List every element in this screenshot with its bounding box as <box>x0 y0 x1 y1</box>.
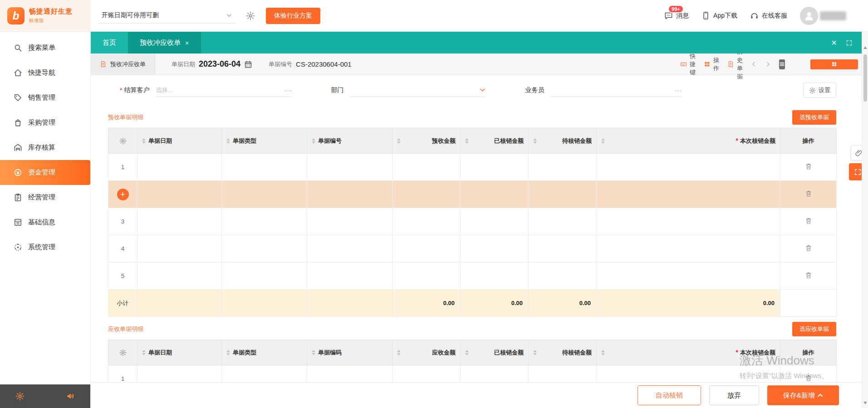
vertical-scrollbar[interactable] <box>862 32 868 408</box>
opening-date-select[interactable]: 开账日期可停用可删 <box>99 8 235 24</box>
gear-icon[interactable] <box>15 392 25 401</box>
sort-icon[interactable] <box>397 138 401 144</box>
app-download-button[interactable]: App下载 <box>701 11 737 20</box>
department-select[interactable] <box>350 83 486 97</box>
date-value[interactable]: 2023-06-04 <box>199 59 240 69</box>
salesman-input[interactable]: ··· <box>550 83 682 97</box>
sidebar-item-home[interactable]: 快捷导航 <box>0 60 90 85</box>
table-cell[interactable] <box>461 235 529 262</box>
delete-row-icon[interactable] <box>805 190 812 197</box>
table-cell[interactable] <box>222 181 307 208</box>
delete-row-icon[interactable] <box>805 163 812 170</box>
close-icon[interactable]: × <box>831 38 837 47</box>
shortcut-keys-button[interactable]: 快捷键 <box>680 53 696 77</box>
column-header[interactable]: 已核销金额 <box>461 128 529 154</box>
column-header[interactable]: 单据编码 <box>307 340 392 365</box>
table-cell[interactable] <box>392 262 461 290</box>
sidebar-item-warehouse[interactable]: 库存核算 <box>0 135 90 160</box>
scroll-down-arrow[interactable] <box>863 402 867 404</box>
sidebar-item-bag[interactable]: 采购管理 <box>0 110 90 135</box>
sidebar-item-archive[interactable]: 基础信息 <box>0 210 90 235</box>
table-cell[interactable] <box>222 235 307 262</box>
auto-writeoff-button[interactable]: 自动核销 <box>638 385 701 405</box>
column-header[interactable]: 单据编号 <box>307 128 392 154</box>
table-cell[interactable] <box>137 365 222 383</box>
delete-row-icon[interactable] <box>805 217 812 224</box>
sort-icon[interactable] <box>312 350 315 355</box>
table-cell[interactable] <box>597 208 780 235</box>
sidebar-item-search[interactable]: 搜索菜单 <box>0 35 90 60</box>
table-cell[interactable] <box>461 365 529 383</box>
table-cell[interactable] <box>307 154 392 181</box>
sort-icon[interactable] <box>533 350 537 355</box>
sort-icon[interactable] <box>226 350 230 355</box>
sidebar-item-tag[interactable]: 销售管理 <box>0 85 90 110</box>
more-icon[interactable]: ··· <box>284 87 292 94</box>
table-cell[interactable] <box>529 154 597 181</box>
sort-icon[interactable] <box>397 350 401 355</box>
table-cell[interactable] <box>392 154 461 181</box>
avatar[interactable] <box>800 7 818 25</box>
table-cell[interactable] <box>529 181 597 208</box>
table-cell[interactable] <box>597 154 780 181</box>
table-cell[interactable] <box>222 208 307 235</box>
table-cell[interactable] <box>392 235 461 262</box>
select-prepaid-docs-button[interactable]: 选预收单据 <box>792 110 836 125</box>
history-docs-button[interactable]: 历史单据 <box>727 53 743 81</box>
column-header[interactable]: 已核销金额 <box>461 340 529 365</box>
scroll-up-arrow[interactable] <box>863 46 867 49</box>
document-tab[interactable]: 预收冲应收单 <box>91 53 155 75</box>
column-settings-button[interactable] <box>108 128 137 154</box>
table-cell[interactable] <box>137 208 222 235</box>
sort-icon[interactable] <box>465 350 469 355</box>
messages-button[interactable]: 99+ 消息 <box>664 11 689 20</box>
close-tab-icon[interactable]: × <box>185 39 189 46</box>
table-cell[interactable] <box>529 235 597 262</box>
chevron-right-icon[interactable] <box>765 61 771 67</box>
tab-home[interactable]: 首页 <box>91 32 128 53</box>
column-header[interactable]: 单据日期 <box>137 128 222 154</box>
column-header[interactable]: 应收金额 <box>392 340 461 365</box>
doc-number-value[interactable]: CS-20230604-001 <box>296 60 352 68</box>
sort-icon[interactable] <box>226 138 230 144</box>
table-cell[interactable] <box>461 181 529 208</box>
table-cell[interactable] <box>392 181 461 208</box>
table-cell[interactable] <box>461 262 529 290</box>
add-row-button[interactable]: + <box>117 189 129 200</box>
table-cell[interactable] <box>307 262 392 290</box>
table-cell[interactable] <box>222 262 307 290</box>
sidebar-item-clipboard[interactable]: 经营管理 <box>0 185 90 210</box>
select-receivable-docs-button[interactable]: 选应收单据 <box>792 322 836 336</box>
table-cell[interactable] <box>597 181 780 208</box>
grid-view-toggle[interactable] <box>810 59 858 69</box>
table-cell[interactable] <box>307 365 392 383</box>
gear-icon[interactable] <box>246 11 255 20</box>
table-cell[interactable] <box>222 365 307 383</box>
sidebar-item-coins[interactable]: 资金管理 <box>0 160 90 185</box>
delete-row-icon[interactable] <box>805 244 812 252</box>
table-cell[interactable] <box>392 208 461 235</box>
more-icon[interactable]: ··· <box>674 87 682 94</box>
delete-row-icon[interactable] <box>805 272 812 279</box>
table-cell[interactable] <box>597 365 780 383</box>
table-cell[interactable] <box>307 235 392 262</box>
table-cell[interactable] <box>137 235 222 262</box>
column-settings-button[interactable] <box>108 340 137 365</box>
sidebar-item-system[interactable]: 系统管理 <box>0 235 90 260</box>
save-and-new-button[interactable]: 保存&新增 <box>767 385 839 405</box>
user-menu[interactable] <box>800 7 846 25</box>
column-header[interactable]: 待核销金额 <box>529 128 597 154</box>
table-cell[interactable] <box>307 208 392 235</box>
table-cell[interactable] <box>307 181 392 208</box>
sort-icon[interactable] <box>601 350 605 355</box>
table-cell[interactable] <box>222 154 307 181</box>
trial-plan-button[interactable]: 体验行业方案 <box>266 8 320 24</box>
calendar-icon[interactable] <box>244 60 252 68</box>
column-header[interactable]: *本次核销金额 <box>597 340 780 365</box>
discard-button[interactable]: 放弃 <box>709 385 759 405</box>
column-header[interactable]: *本次核销金额 <box>597 128 780 154</box>
sort-icon[interactable] <box>312 138 315 144</box>
column-header[interactable]: 单据日期 <box>137 340 222 365</box>
table-cell[interactable] <box>529 208 597 235</box>
list-view-toggle[interactable] <box>779 59 785 69</box>
